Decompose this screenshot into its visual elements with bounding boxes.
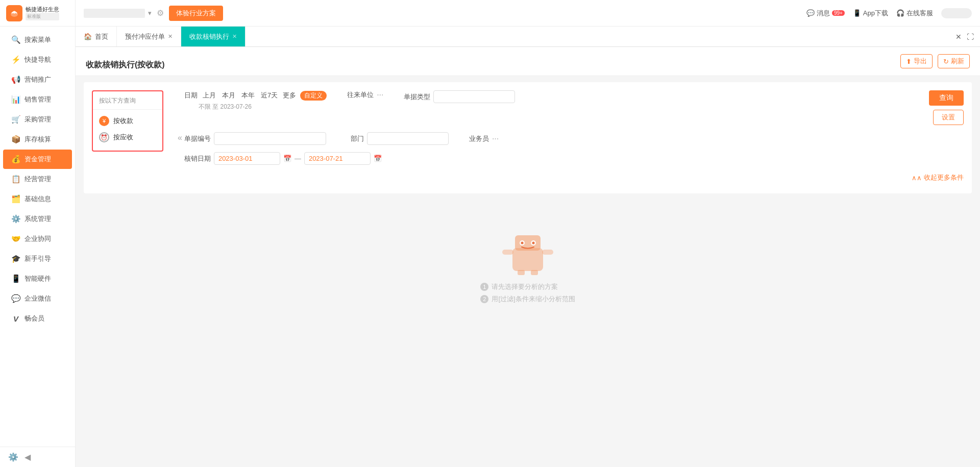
online-service-button[interactable]: 🎧 在线客服 <box>896 9 933 18</box>
sidebar-item-hardware[interactable]: 📱 智能硬件 <box>3 269 72 288</box>
date-this-month[interactable]: 本月 <box>221 90 236 101</box>
collapse-sidebar-icon[interactable]: ◀︎ <box>24 452 31 462</box>
filter-row-2: 单据编号 部门 业务员 ··· <box>184 132 964 145</box>
sidebar-label-sales: 销售管理 <box>24 95 51 104</box>
doc-type-label: 单据类型 <box>404 92 430 102</box>
filter-option-by-receivable[interactable]: ⏰ 按应收 <box>93 129 162 145</box>
company-selector[interactable]: ▾ <box>84 9 152 18</box>
tab-verify-close[interactable]: ✕ <box>232 33 237 40</box>
sidebar-item-system[interactable]: ⚙️ 系统管理 <box>3 209 72 229</box>
tabbar: 🏠 首页 预付冲应付单 ✕ 收款核销执行 ✕ ✕ ⛶ <box>76 27 980 47</box>
sidebar-footer: ⚙️ ◀︎ <box>0 447 75 467</box>
date-label: 日期 <box>184 91 198 100</box>
date-custom-badge[interactable]: 自定义 <box>300 91 327 101</box>
date-this-year[interactable]: 本年 <box>240 90 256 101</box>
counterparty-dots: ··· <box>377 90 383 100</box>
verify-date-range: 📅 — 📅 <box>214 152 382 165</box>
collab-nav-icon: 🤝 <box>11 234 20 243</box>
sidebar-item-member[interactable]: V 畅会员 <box>3 309 72 328</box>
sidebar-nav: 🔍 搜索菜单 ⚡ 快捷导航 📢 营销推广 📊 销售管理 🛒 采购管理 📦 库存核… <box>0 27 75 447</box>
sidebar-item-marketing[interactable]: 📢 营销推广 <box>3 70 72 89</box>
empty-state-illustration <box>500 230 556 276</box>
setting-button[interactable]: 设置 <box>933 110 964 125</box>
verify-date-start-input[interactable] <box>214 152 280 165</box>
sidebar-item-search[interactable]: 🔍 搜索菜单 <box>3 30 72 50</box>
content-area: 收款核销执行(按收款) ⬆ 导出 ↻ 刷新 按以下方查询 <box>76 47 980 467</box>
doc-type-select[interactable] <box>433 90 515 103</box>
dept-group: 部门 <box>351 132 449 145</box>
logo-area: 畅捷通好生意 标准版 <box>0 0 75 27</box>
by-receipt-label: 按收款 <box>113 116 133 126</box>
verify-date-start-calendar-icon[interactable]: 📅 <box>283 155 291 162</box>
date-last-7-days[interactable]: 近7天 <box>260 90 279 101</box>
operations-nav-icon: 📋 <box>11 175 20 184</box>
company-name <box>84 9 145 18</box>
verify-date-end-calendar-icon[interactable]: 📅 <box>374 155 382 162</box>
doc-no-group: 单据编号 <box>184 132 326 145</box>
doc-no-label: 单据编号 <box>184 134 211 143</box>
sidebar-label-operations: 经营管理 <box>24 175 51 184</box>
by-receipt-icon: ¥ <box>99 116 109 126</box>
doc-no-input[interactable] <box>214 132 326 145</box>
date-more[interactable]: 更多 <box>283 91 296 100</box>
filter-option-by-receipt[interactable]: ¥ 按收款 <box>93 113 162 129</box>
message-button[interactable]: 💬 消息 99+ <box>806 9 845 18</box>
refresh-button[interactable]: ↻ 刷新 <box>938 54 970 68</box>
sidebar-label-shortcut: 快捷导航 <box>24 55 51 64</box>
sidebar-item-funds[interactable]: 💰 资金管理 <box>3 150 72 169</box>
page-title: 收款核销执行(按收款) <box>86 60 165 70</box>
tab-prepay[interactable]: 预付冲应付单 ✕ <box>117 27 181 46</box>
wechat-nav-icon: 💬 <box>11 294 20 303</box>
topbar: ▾ ⚙ 体验行业方案 💬 消息 99+ 📱 App下载 🎧 在线客服 <box>76 0 980 27</box>
sidebar-item-inventory[interactable]: 📦 库存核算 <box>3 130 72 149</box>
sidebar-label-inventory: 库存核算 <box>24 135 51 144</box>
sidebar-item-basic-info[interactable]: 🗂️ 基础信息 <box>3 189 72 209</box>
sidebar-item-guide[interactable]: 🎓 新手引导 <box>3 249 72 268</box>
chevron-up-icon: ∧∧ <box>912 174 922 182</box>
salesperson-label: 业务员 <box>469 134 489 143</box>
step-2-number: 2 <box>480 295 488 303</box>
logo-text: 畅捷通好生意 <box>26 6 59 13</box>
sidebar-item-collab[interactable]: 🤝 企业协同 <box>3 229 72 249</box>
chevron-down-icon[interactable]: ▾ <box>148 9 152 17</box>
close-tab-icon[interactable]: ✕ <box>955 33 962 41</box>
sales-nav-icon: 📊 <box>11 95 20 104</box>
export-button[interactable]: ⬆ 导出 <box>900 54 933 68</box>
step-1-text: 请先选择要分析的方案 <box>492 282 558 291</box>
solution-button[interactable]: 体验行业方案 <box>169 6 223 21</box>
sidebar-item-shortcut[interactable]: ⚡ 快捷导航 <box>3 50 72 69</box>
query-button[interactable]: 查询 <box>929 90 964 106</box>
date-last-month[interactable]: 上月 <box>202 90 217 101</box>
dept-label: 部门 <box>351 134 364 143</box>
tab-prepay-close[interactable]: ✕ <box>168 33 173 40</box>
basic-info-nav-icon: 🗂️ <box>11 194 20 204</box>
gear-icon[interactable]: ⚙ <box>157 8 164 18</box>
expand-icon[interactable]: ⛶ <box>967 33 974 41</box>
verify-date-end-input[interactable] <box>304 152 371 165</box>
marketing-nav-icon: 📢 <box>11 75 20 84</box>
empty-step-1: 1 请先选择要分析的方案 <box>480 282 575 291</box>
empty-state: 1 请先选择要分析的方案 2 用[过滤]条件来缩小分析范围 <box>76 200 980 334</box>
main-area: ▾ ⚙ 体验行业方案 💬 消息 99+ 📱 App下载 🎧 在线客服 🏠 <box>76 0 980 467</box>
empty-state-content: 1 请先选择要分析的方案 2 用[过滤]条件来缩小分析范围 <box>480 230 575 304</box>
sidebar-item-wechat[interactable]: 💬 企业微信 <box>3 289 72 308</box>
filter-collapse-arrow[interactable]: « <box>176 90 184 185</box>
settings-icon[interactable]: ⚙️ <box>8 452 18 462</box>
svg-point-6 <box>521 242 523 244</box>
filter-row-3: 核销日期 📅 — 📅 <box>184 152 964 165</box>
sidebar-item-sales[interactable]: 📊 销售管理 <box>3 90 72 109</box>
user-avatar[interactable] <box>941 8 972 18</box>
sidebar-item-purchase[interactable]: 🛒 采购管理 <box>3 110 72 129</box>
dept-select[interactable] <box>367 132 449 145</box>
sidebar-label-hardware: 智能硬件 <box>24 274 51 283</box>
tab-verify-label: 收款核销执行 <box>189 32 229 41</box>
sidebar: 畅捷通好生意 标准版 🔍 搜索菜单 ⚡ 快捷导航 📢 营销推广 📊 销售管理 🛒… <box>0 0 76 467</box>
svg-point-7 <box>532 242 534 244</box>
app-download-button[interactable]: 📱 App下载 <box>853 9 888 18</box>
filter-row-1: 日期 上月 本月 本年 近7天 更多 自定义 不限 至 2023-07-26 <box>184 90 964 125</box>
tab-verify[interactable]: 收款核销执行 ✕ <box>181 27 246 46</box>
tab-home[interactable]: 🏠 首页 <box>76 27 117 46</box>
filter-form: 日期 上月 本月 本年 近7天 更多 自定义 不限 至 2023-07-26 <box>184 90 964 185</box>
sidebar-item-operations[interactable]: 📋 经营管理 <box>3 169 72 189</box>
collapse-more-button[interactable]: ∧∧ 收起更多条件 <box>912 170 964 185</box>
